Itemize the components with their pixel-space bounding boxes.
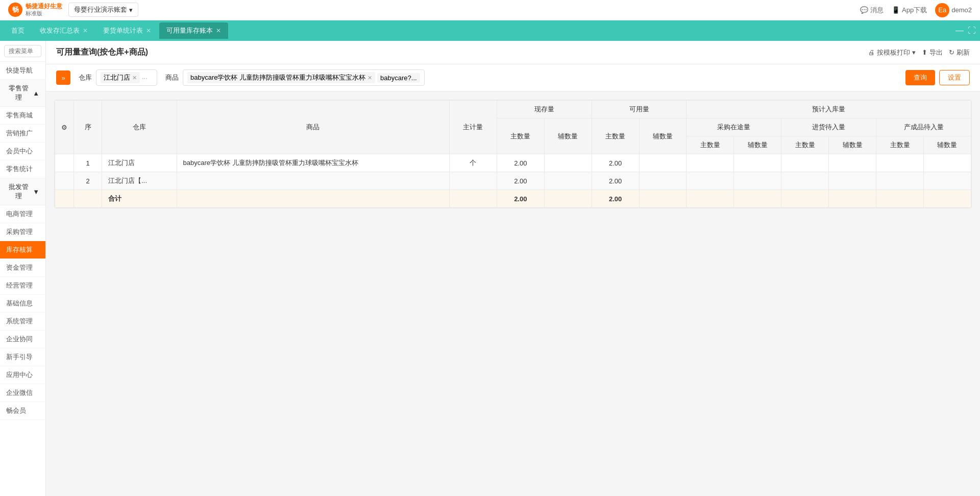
export-icon: ⬆ [922,49,927,56]
footer-available-main: 2.00 [592,190,639,208]
tab-home[interactable]: 首页 [4,22,32,39]
col-settings-header[interactable]: ⚙ [55,101,74,154]
download-icon: 📱 [892,6,900,14]
sidebar-item-zero-mall[interactable]: 零售商城 [0,107,45,125]
message-btn[interactable]: 💬 消息 [860,6,884,15]
sidebar-item-ecommerce[interactable]: 电商管理 [0,205,45,223]
warehouse-tag-close[interactable]: ✕ [132,75,137,81]
tab-available-inventory[interactable]: 可用量库存账本 ✕ [159,22,228,39]
row-2-finished-main [876,172,924,190]
row-1-available-aux [639,154,687,172]
col-finished-pending-header: 产成品待入量 [876,119,971,136]
tab-order-stats[interactable]: 要货单统计表 ✕ [96,22,158,39]
product-tag-1: babycare学饮杯 儿童防摔防撞吸管杯重力球吸嘴杯宝宝水杯 ✕ [187,72,375,83]
col-planned-in-header: 预计入库量 [687,101,971,119]
col-finished-main-header: 主数量 [876,136,924,154]
filter-bar: » 仓库 江北门店 ✕ ··· 商品 babycare学饮杯 儿童防摔防撞吸管杯… [46,64,980,91]
tab-close-receive-summary[interactable]: ✕ [83,27,88,34]
row-1-existing-aux [544,154,592,172]
table-row-group: 2 江北门店【... 2.00 2.00 [55,172,971,190]
warehouse-filter-group: 仓库 江北门店 ✕ ··· [79,69,157,86]
sidebar-search-area [0,41,45,62]
row-1-finished-main [876,154,924,172]
row-2-no: 2 [74,172,102,190]
sidebar-item-quick-nav[interactable]: 快捷导航 [0,62,45,80]
col-incoming-main-header: 主数量 [781,136,829,154]
sidebar-item-new-guide[interactable]: 新手引导 [0,348,45,366]
product-tag-1-close[interactable]: ✕ [368,75,372,81]
table-row: 1 江北门店 babycare学饮杯 儿童防摔防撞吸管杯重力球吸嘴杯宝宝水杯 个… [55,154,971,172]
col-purchase-aux-header: 辅数量 [734,136,781,154]
user-avatar-btn[interactable]: Ea demo2 [935,3,972,17]
sidebar-item-wholesale[interactable]: 批发管理 ▼ [0,178,45,205]
refresh-btn[interactable]: ↻ 刷新 [949,48,970,57]
sidebar-item-member[interactable]: 会员中心 [0,143,45,160]
app-download-btn[interactable]: 📱 App下载 [892,6,927,15]
row-2-purchase-main [687,172,734,190]
col-purchase-transit-header: 采购在途量 [687,119,781,136]
content-area: 可用量查询(按仓库+商品) 🖨 按模板打印 ▾ ⬆ 导出 ↻ 刷新 [46,41,980,496]
warehouse-more-btn[interactable]: ··· [142,74,148,82]
row-1-no: 1 [74,154,102,172]
row-1-existing-main: 2.00 [497,154,544,172]
sidebar-item-enterprise-wechat[interactable]: 企业微信 [0,384,45,402]
logo-sub: 标准版 [26,10,62,17]
sidebar-item-member2[interactable]: 畅会员 [0,402,45,420]
message-icon: 💬 [860,6,868,14]
query-button[interactable]: 查询 [905,70,935,85]
sidebar-item-zero-sales[interactable]: 零售管理 ▲ [0,80,45,107]
sidebar-item-finance[interactable]: 资金管理 [0,259,45,277]
dropdown-icon: ▾ [912,49,916,56]
col-available-aux-header: 辅数量 [639,119,687,154]
tab-close-order-stats[interactable]: ✕ [146,27,151,34]
sidebar-item-operations[interactable]: 经营管理 [0,277,45,295]
tab-close-available-inventory[interactable]: ✕ [216,27,221,34]
settings-button[interactable]: 设置 [939,70,970,85]
tab-maximize-btn[interactable]: ⛶ [968,26,976,35]
row-2-product [177,172,449,190]
table-wrapper: ⚙ 序 仓库 商品 主计量 现存量 可用量 预计入库量 主数量 辅 [54,100,972,208]
tab-bar: 首页 收发存汇总表 ✕ 要货单统计表 ✕ 可用量库存账本 ✕ — ⛶ [0,20,980,41]
sidebar-item-enterprise[interactable]: 企业协同 [0,330,45,348]
col-warehouse-header: 仓库 [102,101,177,154]
sidebar-item-zero-stats[interactable]: 零售统计 [0,160,45,178]
export-btn[interactable]: ⬆ 导出 [922,48,943,57]
filter-toggle-btn[interactable]: » [56,70,70,85]
row-1-purchase-main [687,154,734,172]
logo-icon: 畅 [8,3,22,17]
product-tag-2: babycare?... [377,73,420,83]
chevron-icon: ▲ [33,89,39,97]
sidebar-item-system[interactable]: 系统管理 [0,313,45,330]
row-2-purchase-aux [734,172,781,190]
row-2-available-aux [639,172,687,190]
row-1-settings [55,154,74,172]
search-input[interactable] [4,45,41,57]
top-bar-right: 💬 消息 📱 App下载 Ea demo2 [860,3,972,17]
tab-receive-summary[interactable]: 收发存汇总表 ✕ [33,22,95,39]
template-print-btn[interactable]: 🖨 按模板打印 ▾ [868,48,916,57]
tab-minimize-btn[interactable]: — [955,26,964,35]
sidebar-item-app-center[interactable]: 应用中心 [0,366,45,384]
sidebar-item-inventory[interactable]: 库存核算 [0,241,45,259]
row-2-unit [449,172,497,190]
row-1-incoming-main [781,154,829,172]
top-bar: 畅 畅捷通好生意 标准版 母婴行业演示账套 ▾ 💬 消息 📱 App下载 Ea … [0,0,980,20]
refresh-icon: ↻ [949,49,954,56]
warehouse-input[interactable]: 江北门店 ✕ ··· [96,69,157,86]
col-existing-aux-header: 辅数量 [544,119,592,154]
chevron-down-icon: ▼ [33,188,39,196]
sidebar-item-basic-info[interactable]: 基础信息 [0,295,45,313]
footer-existing-main: 2.00 [497,190,544,208]
row-1-unit: 个 [449,154,497,172]
row-2-available-main: 2.00 [592,172,639,190]
warehouse-tag: 江北门店 ✕ [101,72,140,83]
product-input[interactable]: babycare学饮杯 儿童防摔防撞吸管杯重力球吸嘴杯宝宝水杯 ✕ babyca… [183,69,425,86]
row-2-finished-aux [923,172,971,190]
page-header: 可用量查询(按仓库+商品) 🖨 按模板打印 ▾ ⬆ 导出 ↻ 刷新 [46,41,980,64]
avatar: Ea [935,3,949,17]
sidebar-item-purchase[interactable]: 采购管理 [0,223,45,241]
warehouse-label: 仓库 [79,73,92,82]
row-1-warehouse: 江北门店 [102,154,177,172]
industry-selector[interactable]: 母婴行业演示账套 ▾ [68,3,138,17]
sidebar-item-marketing[interactable]: 营销推广 [0,125,45,143]
